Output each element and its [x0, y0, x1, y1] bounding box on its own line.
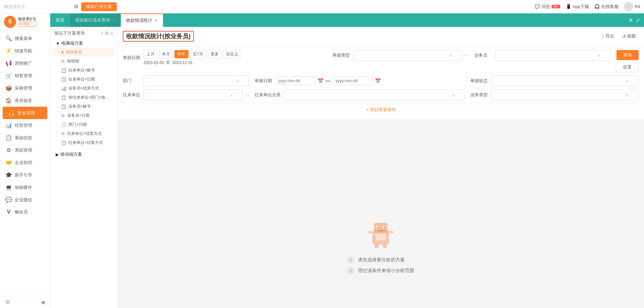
review-date-to[interactable]	[333, 76, 373, 85]
scheme-item-partner-payment1[interactable]: ⚙ 往来单位+结算方式	[53, 129, 114, 138]
sidebar-item-wechat[interactable]: 💬 企业微信	[0, 194, 50, 206]
scheme-item-label: 往来单位+结算方式	[68, 140, 103, 146]
collapse-filters-button[interactable]: ∧ 收起更多条件	[123, 104, 639, 115]
app-download-item[interactable]: 📱 App下载	[566, 4, 589, 10]
mobile-scheme-group-title[interactable]: ▶ 移动端方案	[53, 150, 114, 159]
salesman-dropdown[interactable]: ∨	[495, 50, 610, 61]
user-info[interactable]: Rit	[624, 2, 640, 11]
scheme-item-salesman-date[interactable]: ⚙ 业务员+日期	[53, 111, 114, 120]
partner-type-label: 往来单位分类	[255, 92, 281, 98]
date-btn-last-month[interactable]: 上月	[144, 50, 158, 58]
scheme-item-partner-date[interactable]: 📋 往来单位+日期	[53, 75, 114, 84]
page-content: 按以下方案查询 + ⚙ « ▼ 电脑端方案 ● 按业务员	[50, 27, 644, 308]
sidebar-item-quicknav[interactable]: ⚡ 快捷导航	[0, 45, 50, 57]
scheme-item-partner-dept[interactable]: 📋 按往来单位+部门+收...	[53, 93, 114, 102]
tab-bank-flow[interactable]: 现金银行流水查询 ✕	[70, 13, 121, 27]
date-btn-more[interactable]: 更多	[208, 50, 222, 58]
desktop-scheme-group-title[interactable]: ▼ 电脑端方案	[53, 39, 114, 48]
sidebar-item-inventory[interactable]: 🏠 库存核算	[0, 94, 50, 107]
sidebar-item-basicinfo[interactable]: 📋 基础信息	[0, 132, 50, 144]
sidebar-item-sales[interactable]: 🛒 销售管理	[0, 69, 50, 82]
doc-type-label: 单据类型	[332, 52, 351, 58]
scheme-item-dept-date[interactable]: 🕐 部门+日期	[53, 120, 114, 129]
tab-collection-stats-close[interactable]: ✕	[154, 18, 158, 23]
left-panel-header-label: 按以下方案查询	[54, 30, 85, 36]
export-label: 导出	[605, 33, 614, 39]
query-button[interactable]: 查询	[616, 50, 639, 60]
doc-status-label: 单据状态	[470, 78, 489, 84]
scheme-item-by-salesman[interactable]: ● 按业务员	[53, 48, 114, 57]
sidebar-item-member[interactable]: V 畅会员	[0, 206, 50, 218]
mobile-group-expand-icon: ▶	[56, 152, 59, 157]
scheme-item-partner-payment2[interactable]: 📋 往来单位+结算方式	[53, 138, 114, 147]
message-icon: 💬	[535, 4, 540, 9]
refresh-button[interactable]: ↺ 刷新	[620, 32, 639, 41]
sidebar-item-operations[interactable]: 📊 经营管理	[0, 119, 50, 132]
biz-type-dropdown-arrow: ∨	[626, 93, 629, 97]
scheme-item-label: 业务员+账号	[68, 104, 91, 109]
date-btn-this-year[interactable]: 本年	[174, 50, 189, 58]
doc-status-dropdown[interactable]: ∨	[491, 75, 639, 86]
collapse-panel-icon[interactable]: «	[110, 31, 113, 36]
sidebar-item-finance[interactable]: 💰 资金管理	[3, 107, 47, 119]
svg-rect-9	[383, 244, 387, 248]
doc-type-more-icon[interactable]: ···	[464, 52, 469, 58]
sidebar-settings-icon[interactable]: ⚙	[5, 299, 10, 305]
trial-button[interactable]: 体验行业方案	[81, 2, 117, 11]
doc-type-dropdown[interactable]: ∨	[353, 50, 462, 61]
tab-collection-stats[interactable]: 收款情况统计 ✕	[121, 13, 163, 27]
sidebar-item-newbie[interactable]: 🎓 新手引导	[0, 169, 50, 181]
wechat-icon: 💬	[5, 197, 12, 203]
sidebar-collapse-icon[interactable]: ◀	[41, 299, 45, 305]
partner-dropdown[interactable]: ∨	[144, 90, 243, 100]
date-btn-custom[interactable]: 自定义	[223, 50, 241, 58]
tab-close-all-icon[interactable]: ✕	[629, 17, 633, 23]
scheme-item-label: 部门+日期	[68, 122, 87, 127]
partner-more-icon[interactable]: ···	[245, 92, 249, 98]
biz-type-dropdown[interactable]: ∨	[491, 90, 639, 100]
scheme-item-label: 按往来单位+部门+收...	[68, 95, 109, 100]
settings-button[interactable]: 设置	[616, 62, 639, 72]
dept-dropdown-arrow: ∨	[236, 79, 239, 83]
sidebar-item-system[interactable]: ⚙ 系统管理	[0, 144, 50, 156]
review-date-from[interactable]	[275, 76, 316, 85]
add-scheme-button[interactable]: +	[101, 31, 103, 36]
partner-payment1-icon: ⚙	[61, 131, 65, 136]
filter-review-date: 审核日期 📅 — 📅	[255, 76, 465, 85]
review-date-range-sep: —	[325, 78, 331, 84]
sidebar-item-marketing[interactable]: 📢 营销推广	[0, 57, 50, 69]
empty-step-2: 2 用过滤条件来缩小分析范围	[347, 267, 414, 274]
sidebar-item-hardware[interactable]: 💻 智能硬件	[0, 181, 50, 194]
sidebar-item-collab[interactable]: 🤝 企业协同	[0, 156, 50, 169]
scheme-item-detail[interactable]: ⚙ 按明细	[53, 57, 114, 66]
review-date-from-icon[interactable]: 📅	[318, 78, 323, 84]
dept-dropdown[interactable]: ∨	[144, 75, 249, 86]
tab-expand-icon[interactable]: ⤢	[636, 17, 640, 23]
desktop-scheme-group: ▼ 电脑端方案 ● 按业务员 ⚙ 按明细 📋 往来单位+账号	[50, 39, 117, 147]
export-button[interactable]: ↑ 导出	[599, 32, 617, 41]
group-expand-icon: ▼	[56, 41, 60, 46]
scheme-settings-icon[interactable]: ⚙	[105, 31, 109, 36]
sidebar-nav: 🔍 搜索菜单 ⚡ 快捷导航 📢 营销推广 🛒 销售管理 📦 采购管理	[0, 30, 50, 220]
scheme-item-salesman-payment[interactable]: 📊 业务员+结算方式	[53, 84, 114, 93]
step-2-label: 用过滤条件来缩小分析范围	[358, 268, 414, 274]
date-btn-7days[interactable]: 近7天	[190, 50, 206, 58]
sidebar-item-purchase[interactable]: 📦 采购管理	[0, 82, 50, 94]
scheme-item-partner-account[interactable]: 📋 往来单位+账号	[53, 66, 114, 75]
message-badge: 99+	[551, 5, 560, 8]
filter-doc-status: 单据状态 ∨	[470, 75, 639, 86]
message-item[interactable]: 💬 消息 99+	[535, 4, 560, 10]
online-service-item[interactable]: 🎧 在线客服	[594, 4, 619, 10]
content-area: 首页 现金银行流水查询 ✕ 收款情况统计 ✕ ✕ ⤢ 按以下方案查询	[50, 13, 644, 308]
review-date-to-icon[interactable]: 📅	[375, 78, 381, 84]
newbie-icon: 🎓	[5, 172, 12, 178]
gear-icon[interactable]: ⚙	[74, 3, 78, 10]
sidebar-item-label: 企业协同	[15, 160, 32, 166]
date-btn-this-month[interactable]: 本月	[159, 50, 173, 58]
scheme-item-salesman-account[interactable]: 📋 业务员+账号	[53, 102, 114, 111]
app-download-icon: 📱	[566, 4, 571, 9]
tab-bank-flow-close[interactable]: ✕	[112, 18, 115, 22]
partner-type-dropdown[interactable]: ∨	[283, 90, 465, 100]
sidebar-item-search[interactable]: 🔍 搜索菜单	[0, 32, 50, 45]
tab-home[interactable]: 首页	[50, 13, 70, 27]
